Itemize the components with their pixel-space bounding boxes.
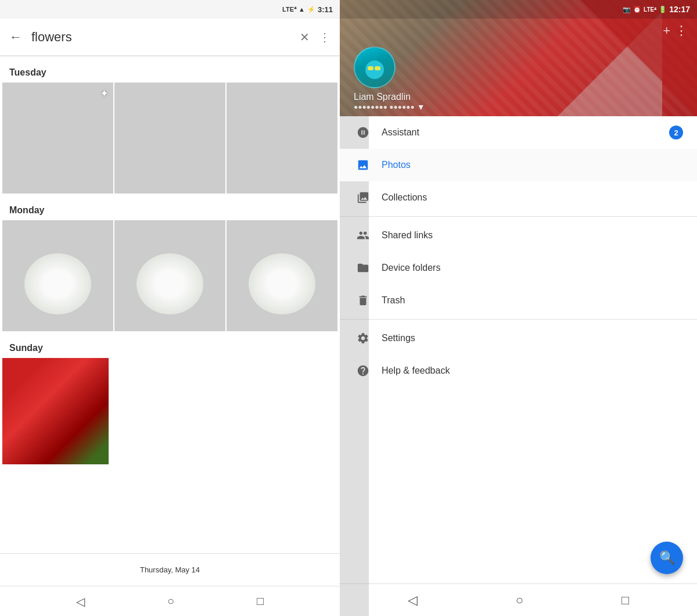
photo-leaf-3 [227, 83, 337, 194]
drawer-header-top: + ⋮ [340, 19, 697, 43]
trash-icon [354, 294, 372, 307]
bottom-nav-left: Thursday, May 14 [0, 553, 340, 586]
signal-right: LTE⁴ [644, 6, 656, 13]
left-panel: LTE⁴ ▲ ⚡ 3:11 ← flowers ✕ ⋮ Tuesday ✦ [0, 0, 340, 616]
help-icon [354, 364, 372, 377]
menu-label-collections: Collections [382, 192, 427, 203]
alarm-icon: ⏰ [633, 6, 641, 13]
photo-cell[interactable] [2, 358, 109, 464]
menu-item-shared-links[interactable]: Shared links [340, 219, 697, 252]
clear-button[interactable]: ✕ [300, 30, 310, 44]
photos-icon [354, 159, 372, 171]
shared-links-icon [354, 229, 372, 242]
star-overlay: ✦ [100, 87, 109, 100]
user-name: Liam Spradlin [354, 92, 425, 102]
menu-label-device-folders: Device folders [382, 263, 440, 273]
menu-label-settings: Settings [382, 333, 415, 343]
back-nav-icon[interactable]: ◁ [76, 594, 85, 608]
add-account-button[interactable]: + [663, 23, 670, 38]
user-email-row[interactable]: ●●●●●●●● ●●●●●● ▼ [354, 102, 425, 112]
menu-label-photos: Photos [382, 160, 411, 170]
menu-label-trash: Trash [382, 295, 405, 306]
bottom-nav-right: ◁ ○ □ [340, 583, 697, 616]
notification-icon: 📷 [623, 6, 631, 13]
menu-item-settings[interactable]: Settings [340, 322, 697, 354]
time-right: 12:17 [669, 5, 690, 14]
glass-right [375, 66, 380, 70]
account-dropdown-arrow[interactable]: ▼ [417, 102, 425, 112]
photo-white-flower-1 [2, 220, 113, 331]
home-nav-right[interactable]: ○ [516, 593, 523, 608]
glass-left [368, 66, 373, 70]
drawer-menu: Assistant 2 Photos Collections Shared li… [340, 116, 697, 583]
menu-label-shared-links: Shared links [382, 230, 433, 241]
nav-icons-left: Thursday, May 14 [14, 565, 326, 574]
avatar-head [365, 60, 384, 79]
photo-grid-sunday [0, 358, 340, 464]
photo-grid-tuesday: ✦ [0, 83, 340, 194]
avatar-face [355, 48, 394, 87]
settings-icon [354, 332, 372, 345]
day-label-monday: Monday [0, 198, 340, 220]
menu-divider-1 [340, 216, 697, 217]
search-fab-icon: 🔍 [659, 550, 675, 565]
status-icons-left: LTE⁴ ▲ ⚡ 3:11 [282, 5, 333, 14]
status-icons-right: 📷 ⏰ LTE⁴ 🔋 12:17 [623, 5, 690, 14]
status-bar-left: LTE⁴ ▲ ⚡ 3:11 [0, 0, 340, 19]
right-panel: 📷 ⏰ LTE⁴ 🔋 12:17 + ⋮ [340, 0, 697, 616]
date-text: Thursday, May 14 [140, 565, 200, 574]
home-nav-icon[interactable]: ○ [167, 594, 174, 608]
menu-item-trash[interactable]: Trash [340, 284, 697, 317]
battery-right: 🔋 [659, 6, 667, 13]
menu-label-assistant: Assistant [382, 127, 419, 138]
search-fab-button[interactable]: 🔍 [651, 542, 683, 574]
back-nav-right[interactable]: ◁ [408, 593, 418, 608]
recents-nav-right[interactable]: □ [621, 593, 629, 608]
more-button[interactable]: ⋮ [319, 30, 330, 44]
signal-icon-left: LTE⁴ [282, 6, 296, 13]
day-label-sunday: Sunday [0, 336, 340, 358]
assistant-badge: 2 [669, 126, 683, 139]
photo-cell[interactable] [114, 220, 225, 331]
search-title: flowers [31, 30, 290, 45]
menu-item-help[interactable]: Help & feedback [340, 354, 697, 387]
back-button[interactable]: ← [9, 30, 22, 45]
photo-white-flower-2 [114, 220, 225, 331]
menu-item-photos[interactable]: Photos [340, 149, 697, 181]
assistant-icon [354, 126, 372, 139]
drawer-more-button[interactable]: ⋮ [675, 23, 688, 38]
photo-red-flower [2, 358, 109, 464]
avatar[interactable] [354, 46, 396, 88]
battery-icon-left: ⚡ [307, 6, 315, 13]
collections-icon [354, 191, 372, 204]
avatar-glasses [368, 66, 380, 70]
device-folders-icon [354, 262, 372, 274]
photo-cell[interactable]: ✦ [2, 83, 113, 194]
menu-item-collections[interactable]: Collections [340, 181, 697, 214]
time-left: 3:11 [318, 5, 333, 14]
photo-leaf-2 [114, 83, 225, 194]
user-email: ●●●●●●●● ●●●●●● [354, 103, 415, 111]
photo-grid-monday [0, 220, 340, 331]
wifi-icon-left: ▲ [299, 6, 305, 13]
menu-item-device-folders[interactable]: Device folders [340, 252, 697, 284]
photo-cell[interactable] [2, 220, 113, 331]
user-info: Liam Spradlin ●●●●●●●● ●●●●●● ▼ [354, 92, 425, 112]
photo-white-flower-3 [227, 220, 337, 331]
photo-cell[interactable] [227, 83, 337, 194]
menu-divider-2 [340, 319, 697, 320]
search-bar: ← flowers ✕ ⋮ [0, 19, 340, 56]
bottom-system-nav-left: ◁ ○ □ [0, 586, 340, 616]
photo-leaf-1 [2, 83, 113, 194]
photo-cell[interactable] [227, 220, 337, 331]
status-bar-right: 📷 ⏰ LTE⁴ 🔋 12:17 [340, 0, 697, 19]
avatar-container [354, 46, 396, 88]
menu-item-assistant[interactable]: Assistant 2 [340, 116, 697, 149]
photo-cell[interactable] [114, 83, 225, 194]
menu-label-help: Help & feedback [382, 366, 450, 376]
recents-nav-icon[interactable]: □ [257, 594, 264, 608]
day-label-tuesday: Tuesday [0, 60, 340, 83]
photo-content: Tuesday ✦ Monday [0, 56, 340, 553]
